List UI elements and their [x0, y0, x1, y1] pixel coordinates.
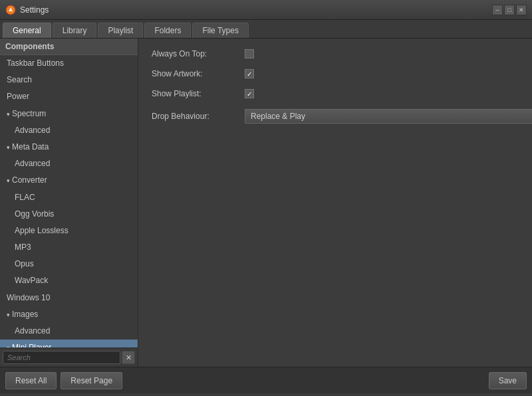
checkbox-always-on-top[interactable]	[245, 49, 254, 58]
bottom-bar: Reset All Reset Page Save	[0, 367, 532, 393]
sidebar-item-label: Advanced	[15, 159, 50, 168]
sidebar-item-label: Mini Player	[12, 343, 51, 347]
sidebar-item-windows10[interactable]: Windows 10	[0, 290, 138, 306]
sidebar-item-label: Converter	[12, 175, 47, 185]
sidebar-item-label: Ogg Vorbis	[15, 209, 54, 219]
content-panel: Always On Top:Show Artwork:Show Playlist…	[138, 39, 532, 367]
sidebar-item-label: Power	[7, 92, 29, 101]
tab-library[interactable]: Library	[53, 23, 97, 38]
sidebar-item-metadata-advanced[interactable]: Advanced	[0, 155, 138, 172]
sidebar: Components Taskbar ButtonsSearchPower▾Sp…	[0, 39, 138, 367]
sidebar-item-search[interactable]: Search	[0, 72, 138, 88]
sidebar-item-label: Advanced	[15, 126, 50, 135]
sidebar-item-label: Advanced	[15, 326, 50, 336]
tree-area: Taskbar ButtonsSearchPower▾SpectrumAdvan…	[0, 55, 138, 347]
sidebar-item-images-advanced[interactable]: Advanced	[0, 323, 138, 340]
sidebar-item-converter[interactable]: ▾Converter	[0, 172, 138, 189]
sidebar-item-spectrum-advanced[interactable]: Advanced	[0, 122, 138, 139]
tab-playlist[interactable]: Playlist	[98, 23, 143, 38]
sidebar-item-spectrum[interactable]: ▾Spectrum	[0, 106, 138, 122]
sidebar-item-converter-apple[interactable]: Apple Lossless	[0, 223, 138, 239]
tab-folders[interactable]: Folders	[144, 23, 191, 38]
tab-filetypes[interactable]: File Types	[192, 23, 248, 38]
sidebar-item-label: FLAC	[15, 193, 35, 202]
expand-icon: ▾	[7, 310, 10, 320]
setting-row-show-artwork: Show Artwork:	[152, 69, 532, 78]
setting-control-show-playlist	[245, 89, 254, 98]
sidebar-item-converter-flac[interactable]: FLAC	[0, 189, 138, 206]
select-wrapper-drop-behaviour: Replace & PlayAdd & PlayAdd	[245, 109, 532, 124]
checkbox-show-artwork[interactable]	[245, 69, 254, 78]
sidebar-search-input[interactable]	[3, 351, 120, 364]
save-button[interactable]: Save	[489, 372, 527, 389]
setting-label-show-artwork: Show Artwork:	[152, 69, 245, 78]
setting-label-drop-behaviour: Drop Behaviour:	[152, 112, 245, 121]
expand-icon: ▾	[7, 143, 10, 152]
sidebar-item-converter-mp3[interactable]: MP3	[0, 239, 138, 256]
app-icon	[5, 5, 16, 15]
sidebar-item-label: Meta Data	[12, 142, 49, 151]
sidebar-item-converter-wavpack[interactable]: WavPack	[0, 272, 138, 289]
sidebar-item-label: Search	[7, 75, 32, 84]
sidebar-item-label: Images	[12, 310, 38, 319]
sidebar-item-converter-ogg[interactable]: Ogg Vorbis	[0, 206, 138, 223]
reset-page-button[interactable]: Reset Page	[61, 372, 122, 389]
sidebar-item-label: Spectrum	[12, 109, 46, 118]
setting-row-drop-behaviour: Drop Behaviour:Replace & PlayAdd & PlayA…	[152, 109, 532, 124]
sidebar-item-label: Opus	[15, 259, 34, 268]
tabs-bar: GeneralLibraryPlaylistFoldersFile Types	[0, 20, 532, 39]
sidebar-item-label: MP3	[15, 243, 31, 252]
setting-label-always-on-top: Always On Top:	[152, 49, 245, 58]
expand-icon: ▾	[7, 176, 10, 185]
select-drop-behaviour[interactable]: Replace & PlayAdd & PlayAdd	[245, 109, 532, 124]
setting-control-drop-behaviour: Replace & PlayAdd & PlayAdd	[245, 109, 532, 124]
components-header: Components	[0, 39, 138, 55]
sidebar-search-area: ✕	[0, 347, 138, 367]
sidebar-item-converter-opus[interactable]: Opus	[0, 256, 138, 272]
title-bar: Settings – □ ✕	[0, 0, 532, 20]
sidebar-item-label: Taskbar Buttons	[7, 58, 64, 68]
close-button[interactable]: ✕	[516, 5, 527, 15]
sidebar-item-label: Windows 10	[7, 293, 50, 302]
tab-general[interactable]: General	[3, 23, 51, 38]
minimize-button[interactable]: –	[492, 5, 503, 15]
sidebar-item-power[interactable]: Power	[0, 88, 138, 105]
sidebar-item-miniplayer[interactable]: ▾Mini Player	[0, 340, 138, 347]
window-controls: – □ ✕	[492, 5, 527, 15]
sidebar-item-images[interactable]: ▾Images	[0, 306, 138, 323]
window-title: Settings	[20, 5, 492, 15]
setting-control-always-on-top	[245, 49, 254, 58]
checkbox-show-playlist[interactable]	[245, 89, 254, 98]
sidebar-item-metadata[interactable]: ▾Meta Data	[0, 139, 138, 155]
setting-row-always-on-top: Always On Top:	[152, 49, 532, 58]
sidebar-item-label: WavPack	[15, 276, 48, 285]
reset-all-button[interactable]: Reset All	[5, 372, 57, 389]
expand-icon: ▾	[7, 110, 10, 119]
maximize-button[interactable]: □	[504, 5, 515, 15]
sidebar-search-clear-button[interactable]: ✕	[122, 351, 135, 364]
main-area: Components Taskbar ButtonsSearchPower▾Sp…	[0, 39, 532, 367]
sidebar-item-label: Apple Lossless	[15, 226, 68, 235]
sidebar-item-taskbar-buttons[interactable]: Taskbar Buttons	[0, 55, 138, 72]
setting-label-show-playlist: Show Playlist:	[152, 89, 245, 98]
setting-control-show-artwork	[245, 69, 254, 78]
setting-row-show-playlist: Show Playlist:	[152, 89, 532, 98]
